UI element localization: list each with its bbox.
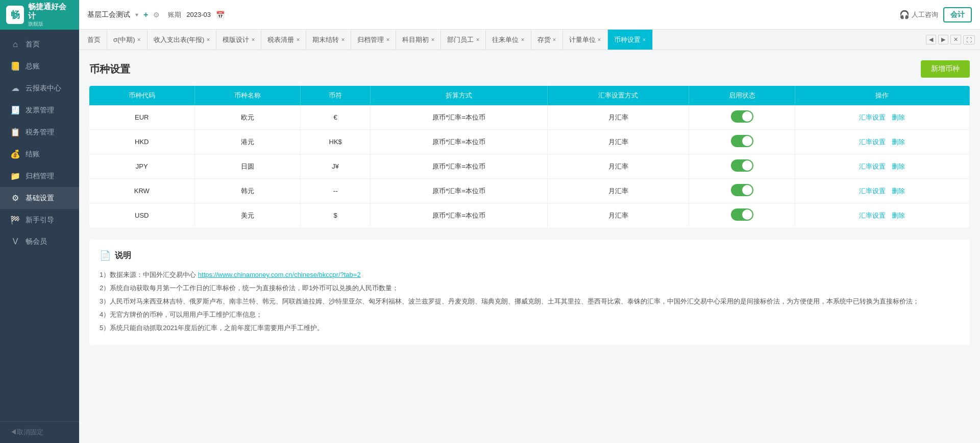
rate-setting-link-HKD[interactable]: 汇率设置 [859, 138, 886, 146]
company-dropdown-icon[interactable]: ▾ [135, 11, 138, 18]
tab-archive[interactable]: 归档管理 × [351, 30, 396, 50]
tab-close-archive[interactable]: × [386, 36, 389, 43]
enabled-toggle-HKD[interactable] [731, 135, 753, 147]
settings-icon[interactable]: ⚙ [153, 11, 160, 19]
sidebar-item-archive[interactable]: 📁归档管理 [0, 165, 79, 187]
rate-setting-link-KRW[interactable]: 汇率设置 [859, 187, 886, 195]
sidebar-item-tax[interactable]: 📋税务管理 [0, 121, 79, 143]
nav-icon-archive: 📁 [10, 171, 20, 181]
cell-name: 韩元 [194, 179, 300, 203]
cell-actions: 汇率设置删除 [795, 154, 969, 179]
sidebar-item-invoice[interactable]: 🧾发票管理 [0, 99, 79, 121]
tab-close-currency[interactable]: × [643, 36, 646, 43]
delete-link-JPY[interactable]: 删除 [892, 162, 905, 170]
table-body: EUR欧元€原币*汇率=本位币月汇率汇率设置删除HKD港元HK$原币*汇率=本位… [89, 105, 970, 227]
enabled-toggle-USD[interactable] [731, 208, 753, 221]
cell-enabled [689, 154, 795, 179]
sidebar-item-member[interactable]: V畅会员 [0, 231, 79, 252]
sidebar-item-reports[interactable]: ☁云报表中心 [0, 77, 79, 99]
period-value: 2023-03 [186, 11, 211, 18]
cell-actions: 汇率设置删除 [795, 105, 969, 130]
tab-balance[interactable]: σ(中期) × [107, 30, 148, 50]
tab-close-unit[interactable]: × [598, 36, 601, 43]
tabbar: 首页σ(中期) ×收入支出表(年报) ×模版设计 ×税表清册 ×期末结转 ×归档… [79, 30, 980, 50]
tab-label-archive: 归档管理 [357, 35, 384, 44]
calendar-icon[interactable]: 📅 [216, 11, 225, 19]
cell-code: EUR [89, 105, 194, 130]
cell-actions: 汇率设置删除 [795, 179, 969, 203]
delete-link-KRW[interactable]: 删除 [892, 187, 905, 195]
sidebar-item-checkout[interactable]: 💰结账 [0, 143, 79, 165]
new-currency-button[interactable]: 新增币种 [921, 60, 970, 78]
col-header-币种名称: 币种名称 [194, 86, 300, 105]
customer-service-button[interactable]: 🎧 人工咨询 [899, 10, 938, 19]
tab-close-client[interactable]: × [521, 36, 524, 43]
nav-label-home: 首页 [26, 40, 40, 49]
rate-setting-link-JPY[interactable]: 汇率设置 [859, 162, 886, 170]
cell-name: 日圆 [194, 154, 300, 179]
cell-code: USD [89, 203, 194, 228]
tab-department[interactable]: 部门员工 × [441, 30, 486, 50]
period-label: 账期 [168, 10, 181, 19]
tab-close-balance[interactable]: × [137, 36, 141, 43]
sidebar-item-home[interactable]: ⌂首页 [0, 34, 79, 55]
tab-client[interactable]: 往来单位 × [486, 30, 531, 50]
tab-close-subject_init[interactable]: × [431, 36, 434, 43]
tab-close-period_end[interactable]: × [341, 36, 345, 43]
sidebar-unpin[interactable]: ◀取消固定 [0, 421, 79, 443]
rate-setting-link-USD[interactable]: 汇率设置 [859, 212, 886, 219]
col-header-币种代码: 币种代码 [89, 86, 194, 105]
rate-setting-link-EUR[interactable]: 汇率设置 [859, 113, 886, 121]
sidebar-item-ledger[interactable]: 📒总账 [0, 55, 79, 77]
page-header: 币种设置 新增币种 [89, 60, 970, 78]
nav-label-archive: 归档管理 [26, 172, 54, 181]
delete-link-EUR[interactable]: 删除 [892, 113, 905, 121]
notes-icon: 📄 [100, 250, 111, 261]
tab-template[interactable]: 模版设计 × [216, 30, 261, 50]
tab-label-tax: 税表清册 [267, 35, 294, 44]
tab-close-template[interactable]: × [251, 36, 255, 43]
sidebar: 畅 畅捷通好会计 旗舰版 ⌂首页📒总账☁云报表中心🧾发票管理📋税务管理💰结账📁归… [0, 0, 79, 443]
cell-code: HKD [89, 130, 194, 154]
note-item-3: 3）人民币对马来西亚林吉特、俄罗斯卢布、南非兰特、韩元、阿联酋迪拉姆、沙特里亚尔… [100, 295, 960, 308]
add-company-button[interactable]: + [143, 10, 148, 19]
enabled-toggle-EUR[interactable] [731, 110, 753, 123]
cell-code: JPY [89, 154, 194, 179]
china-money-link[interactable]: https://www.chinamoney.com.cn/chinese/bk… [198, 271, 361, 278]
tab-close-tax[interactable]: × [296, 36, 300, 43]
tab-next-button[interactable]: ▶ [938, 35, 948, 44]
tab-income[interactable]: 收入支出表(年报) × [148, 30, 217, 50]
tab-label-client: 往来单位 [492, 35, 519, 44]
tab-prev-button[interactable]: ◀ [926, 35, 936, 44]
delete-link-USD[interactable]: 删除 [892, 212, 905, 219]
nav-icon-reports: ☁ [10, 83, 20, 93]
col-header-启用状态: 启用状态 [689, 86, 795, 105]
cell-enabled [689, 130, 795, 154]
cell-calc: 原币*汇率=本位币 [371, 179, 548, 203]
sidebar-item-settings[interactable]: ⚙基础设置 [0, 187, 79, 209]
account-button[interactable]: 会计 [943, 7, 972, 22]
sidebar-item-guide[interactable]: 🏁新手引导 [0, 209, 79, 231]
tab-subject_init[interactable]: 科目期初 × [396, 30, 441, 50]
tab-inventory[interactable]: 存货 × [531, 30, 563, 50]
delete-link-HKD[interactable]: 删除 [892, 138, 905, 146]
cell-rate: 月汇率 [547, 179, 689, 203]
headset-icon: 🎧 [899, 10, 910, 19]
tab-close-button[interactable]: ✕ [950, 35, 961, 44]
tab-currency[interactable]: 币种设置 × [608, 30, 653, 50]
sidebar-nav: ⌂首页📒总账☁云报表中心🧾发票管理📋税务管理💰结账📁归档管理⚙基础设置🏁新手引导… [0, 30, 79, 421]
tab-home[interactable]: 首页 [81, 30, 107, 50]
tab-unit[interactable]: 计量单位 × [563, 30, 608, 50]
enabled-toggle-JPY[interactable] [731, 159, 753, 172]
table-header: 币种代码币种名称币符折算方式汇率设置方式启用状态操作 [89, 86, 970, 105]
tab-close-income[interactable]: × [206, 36, 210, 43]
cell-rate: 月汇率 [547, 154, 689, 179]
col-header-汇率设置方式: 汇率设置方式 [547, 86, 689, 105]
tab-period_end[interactable]: 期末结转 × [306, 30, 351, 50]
cell-symbol: € [301, 105, 371, 130]
enabled-toggle-KRW[interactable] [731, 184, 753, 196]
tab-close-inventory[interactable]: × [553, 36, 556, 43]
tab-close-department[interactable]: × [476, 36, 479, 43]
tab-tax[interactable]: 税表清册 × [261, 30, 306, 50]
tab-expand-button[interactable]: ⛶ [963, 35, 975, 44]
